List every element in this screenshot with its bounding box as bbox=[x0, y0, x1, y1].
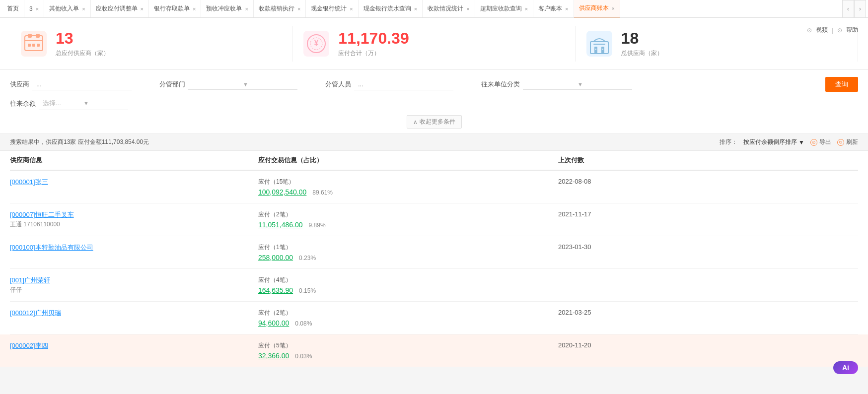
ai-button-container: Ai bbox=[833, 361, 858, 374]
nav-tab-customer-ledger[interactable]: 客户账本 × bbox=[533, 0, 574, 18]
total-payable-icon: ¥ bbox=[302, 30, 330, 58]
nav-tab-3[interactable]: 3 × bbox=[24, 0, 44, 18]
total-suppliers-label: 总供应商（家） bbox=[621, 49, 663, 58]
close-icon[interactable]: × bbox=[466, 6, 469, 12]
svg-rect-6 bbox=[32, 44, 35, 47]
total-suppliers-number: 18 bbox=[621, 30, 663, 47]
col-header-payable: 应付交易信息（占比） bbox=[258, 156, 558, 165]
svg-text:¥: ¥ bbox=[314, 39, 319, 47]
category-label: 往来单位分类 bbox=[481, 80, 520, 89]
nav-tab-cash-flow-query[interactable]: 现金银行流水查询 × bbox=[359, 0, 423, 18]
supplier-info-5: [000012]广州贝瑞 bbox=[10, 309, 258, 318]
last-pay-2: 2021-11-17 bbox=[558, 210, 858, 218]
nav-tab-receipt-exec[interactable]: 收款核销执行 × bbox=[254, 0, 306, 18]
svg-rect-2 bbox=[28, 34, 32, 38]
last-pay-6: 2020-11-20 bbox=[558, 341, 858, 349]
help-link[interactable]: 帮助 bbox=[846, 26, 858, 34]
dept-select[interactable]: ▼ bbox=[188, 79, 297, 90]
nav-tab-overdue-ar[interactable]: 超期应收款查询 × bbox=[475, 0, 533, 18]
supplier-link-3[interactable]: [000100]本特勤油品有限公司 bbox=[10, 244, 93, 251]
close-icon[interactable]: × bbox=[245, 6, 248, 12]
nav-tab-other-income[interactable]: 其他收入单 × bbox=[44, 0, 90, 18]
last-pay-3: 2023-01-30 bbox=[558, 243, 858, 251]
balance-select[interactable]: 选择... ▼ bbox=[39, 97, 128, 110]
supplier-input[interactable] bbox=[32, 78, 132, 90]
total-payable-label: 应付合计（万） bbox=[338, 49, 409, 58]
summary-card-total-payable: ¥ 11,170.39 应付合计（万） bbox=[292, 26, 575, 62]
supplier-info-4: [001]广州荣轩 仔仔 bbox=[10, 276, 258, 294]
query-button[interactable]: 查询 bbox=[825, 77, 858, 92]
supplier-info-3: [000100]本特勤油品有限公司 bbox=[10, 243, 258, 252]
close-icon[interactable]: × bbox=[565, 6, 568, 12]
video-link[interactable]: 视频 bbox=[816, 26, 828, 34]
supplier-link-2[interactable]: [000007]恒旺二手叉车 bbox=[10, 211, 74, 218]
person-label: 分管人员 bbox=[325, 80, 351, 89]
balance-dropdown-icon: ▼ bbox=[83, 100, 124, 106]
suppliers-payable-icon bbox=[20, 30, 48, 58]
payable-amount-3[interactable]: 258,000.00 bbox=[258, 254, 293, 262]
payable-amount-1[interactable]: 100,092,540.00 bbox=[258, 188, 306, 196]
nav-tab-ar-ap-adjust[interactable]: 应收应付调整单 × bbox=[91, 0, 149, 18]
col-header-lastpay: 上次付数 bbox=[558, 156, 858, 165]
dept-label: 分管部门 bbox=[159, 80, 185, 89]
collapse-button[interactable]: ∧ 收起更多条件 bbox=[407, 115, 462, 129]
payable-amount-4[interactable]: 164,635.90 bbox=[258, 286, 293, 294]
nav-tab-cash-bank-stat[interactable]: 现金银行统计 × bbox=[306, 0, 358, 18]
svg-rect-18 bbox=[593, 44, 605, 45]
close-icon[interactable]: × bbox=[297, 6, 300, 12]
refresh-button[interactable]: ↻ 刷新 bbox=[837, 138, 858, 146]
suppliers-payable-number: 13 bbox=[56, 30, 109, 47]
close-icon[interactable]: × bbox=[350, 6, 353, 12]
payable-info-2: 应付（2笔） 11,051,486.00 9.89% bbox=[258, 210, 558, 229]
filter-balance: 往来余额 选择... ▼ bbox=[10, 97, 128, 110]
sort-selector[interactable]: 按应付余额倒序排序 ▼ bbox=[743, 138, 804, 146]
last-pay-5: 2021-03-25 bbox=[558, 309, 858, 316]
payable-info-6: 应付（5笔） 32,366.00 0.03% bbox=[258, 341, 558, 360]
dept-dropdown-icon: ▼ bbox=[243, 81, 293, 87]
supplier-link-1[interactable]: [000001]张三 bbox=[10, 178, 48, 186]
nav-tab-receipt-stat[interactable]: 收款情况统计 × bbox=[423, 0, 475, 18]
export-icon: ⊙ bbox=[810, 139, 817, 146]
close-icon[interactable]: × bbox=[525, 6, 528, 12]
collapse-up-icon: ∧ bbox=[413, 119, 418, 126]
close-icon[interactable]: × bbox=[193, 6, 196, 12]
payable-amount-5[interactable]: 94,600.00 bbox=[258, 319, 289, 327]
category-select[interactable]: ▼ bbox=[523, 79, 632, 90]
nav-tab-bank-deposit[interactable]: 银行存取款单 × bbox=[149, 0, 201, 18]
summary-card-suppliers-payable: 13 总应付供应商（家） bbox=[10, 26, 292, 62]
nav-tab-supplier-ledger[interactable]: 供应商账本 × bbox=[574, 0, 620, 18]
close-icon[interactable]: × bbox=[36, 6, 39, 12]
result-text: 搜索结果中，供应商13家 应付金额111,703,854.00元 bbox=[10, 138, 149, 146]
nav-tab-home[interactable]: 首页 bbox=[2, 0, 24, 18]
payable-info-1: 应付（15笔） 100,092,540.00 89.61% bbox=[258, 178, 558, 196]
filter-supplier: 供应商 bbox=[10, 78, 132, 90]
nav-right-arrow[interactable]: › bbox=[854, 0, 866, 18]
payable-amount-2[interactable]: 11,051,486.00 bbox=[258, 221, 303, 229]
supplier-link-6[interactable]: [000002]李四 bbox=[10, 342, 48, 349]
table-row: [000001]张三 应付（15笔） 100,092,540.00 89.61%… bbox=[10, 171, 858, 203]
filter-category: 往来单位分类 ▼ bbox=[481, 79, 632, 90]
payable-amount-6[interactable]: 32,366.00 bbox=[258, 352, 289, 360]
svg-rect-5 bbox=[28, 44, 31, 47]
nav-tab-prepay-offset[interactable]: 预收冲应收单 × bbox=[201, 0, 253, 18]
filter-person: 分管人员 bbox=[325, 78, 453, 90]
close-icon[interactable]: × bbox=[612, 5, 615, 11]
suppliers-payable-label: 总应付供应商（家） bbox=[56, 49, 109, 58]
top-right-links: ⊙ 视频 | ⊙ 帮助 bbox=[807, 26, 858, 34]
export-button[interactable]: ⊙ 导出 bbox=[810, 138, 831, 146]
close-icon[interactable]: × bbox=[141, 6, 144, 12]
person-input[interactable] bbox=[354, 78, 453, 90]
close-icon[interactable]: × bbox=[82, 6, 85, 12]
filter-row-2: 往来余额 选择... ▼ bbox=[10, 97, 858, 110]
refresh-icon: ↻ bbox=[837, 139, 844, 146]
supplier-link-5[interactable]: [000012]广州贝瑞 bbox=[10, 309, 61, 317]
summary-card-1-info: 13 总应付供应商（家） bbox=[56, 30, 109, 58]
nav-left-arrow[interactable]: ‹ bbox=[842, 0, 854, 18]
ai-button[interactable]: Ai bbox=[833, 361, 858, 374]
close-icon[interactable]: × bbox=[414, 6, 417, 12]
supplier-label: 供应商 bbox=[10, 80, 29, 89]
sort-dropdown-icon: ▼ bbox=[798, 139, 804, 146]
supplier-link-4[interactable]: [001]广州荣轩 bbox=[10, 276, 50, 284]
total-suppliers-icon bbox=[585, 30, 613, 58]
sort-label: 排序： bbox=[720, 138, 737, 146]
